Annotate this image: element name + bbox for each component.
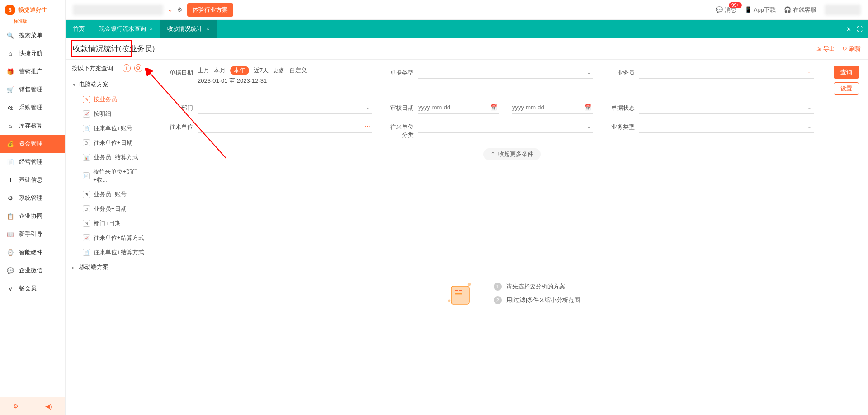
partner-cat-input[interactable]: ⌄ [418,120,593,133]
date-quick-本年[interactable]: 本年 [230,66,249,75]
nav-label: 经营管理 [19,158,42,166]
tree-item-label: 按往来单位+部门+收... [93,168,149,184]
tree-item-0-10[interactable]: 📄往来单位+结算方式 [72,245,149,259]
bill-status-label: 单据状态 [607,101,635,112]
search-icon: 🔍 [6,31,14,39]
doc-icon: 📄 [83,249,90,256]
app-download-link[interactable]: 📱 App下载 [745,6,776,14]
tree-group-0[interactable]: ▼电脑端方案 [72,77,149,92]
bill-date-label: 单据日期 [165,66,193,77]
tree-item-0-4[interactable]: 📊业务员+结算方式 [72,150,149,165]
cart-icon: 🛒 [6,85,14,94]
main: ⌄ ⚙ 体验行业方案 💬 消息 99+ 📱 App下载 🎧 在线客服 [66,0,868,415]
tree-group-1[interactable]: ▸移动端方案 [72,259,149,275]
collapse-panel-button[interactable]: « [146,65,149,72]
date-quick-近7天[interactable]: 近7天 [254,66,269,75]
settings-icon[interactable]: ⚙ [13,403,19,410]
tab-2[interactable]: 收款情况统计× [160,20,217,38]
tree-item-label: 业务员+账号 [94,190,127,198]
tree-group-label: 移动端方案 [79,263,108,271]
nav-item-7[interactable]: 📄经营管理 [0,153,65,171]
department-input[interactable]: ⌄ [198,101,372,114]
fullscreen-icon[interactable]: ⛶ [857,26,863,33]
tab-1[interactable]: 现金银行流水查询× [92,20,160,38]
app-download-label: App下载 [754,6,776,14]
online-service-link[interactable]: 🎧 在线客服 [784,6,816,14]
nav-label: 畅会员 [19,284,37,292]
partner-input[interactable]: ⋯ [198,120,372,133]
settings-button[interactable]: 设置 [834,82,859,95]
nav-item-2[interactable]: 🎁营销推广 [0,62,65,80]
messages-link[interactable]: 💬 消息 99+ [716,6,736,14]
tree-item-0-9[interactable]: 📈往来单位+结算方式 [72,231,149,245]
vip-icon: V [6,284,14,292]
org-selector[interactable] [73,5,163,15]
chevron-down-icon[interactable]: ⌄ [168,6,173,13]
step-num-1: 1 [494,283,502,291]
nav-item-9[interactable]: ⚙系统管理 [0,189,65,207]
add-scheme-button[interactable]: + [123,64,131,72]
clock-icon: ◷ [83,220,90,227]
nav-item-12[interactable]: ⌚智能硬件 [0,243,65,261]
tree-item-0-2[interactable]: 📄往来单位+账号 [72,121,149,136]
nav-item-5[interactable]: ⌂库存核算 [0,117,65,135]
nav-item-6[interactable]: 💰资金管理 [0,135,65,153]
step-1: 1 请先选择要分析的方案 [494,283,580,291]
nav-label: 资金管理 [19,140,42,148]
partner-cat-label: 往来单位分类 [386,120,414,139]
step-2-label: 用[过滤]条件来缩小分析范围 [506,296,580,304]
tab-0[interactable]: 首页 [66,20,92,38]
tree-item-0-8[interactable]: ◷部门+日期 [72,216,149,231]
date-quick-自定义[interactable]: 自定义 [289,66,307,75]
tree-item-0-5[interactable]: 📄按往来单位+部门+收... [72,165,149,187]
experience-button[interactable]: 体验行业方案 [187,3,233,17]
nav-label: 基础信息 [19,176,42,184]
gear-icon[interactable]: ⚙ [177,6,183,13]
nav-item-0[interactable]: 🔍搜索菜单 [0,26,65,44]
refresh-button[interactable]: ↻ 刷新 [842,45,861,53]
nav-item-1[interactable]: ⌂快捷导航 [0,44,65,62]
nav-item-3[interactable]: 🛒销售管理 [0,80,65,99]
tab-close-icon[interactable]: × [206,26,209,32]
date-quick-本月[interactable]: 本月 [214,66,226,75]
bill-type-input[interactable]: ⌄ [418,66,593,79]
nav-item-13[interactable]: 💬企业微信 [0,261,65,279]
export-button[interactable]: ⇲ 导出 [816,45,835,53]
nav-item-11[interactable]: 📖新手引导 [0,225,65,243]
nav-item-14[interactable]: V畅会员 [0,279,65,297]
clip-icon: 📋 [6,212,14,220]
biz-type-input[interactable]: ⌄ [639,120,814,133]
doc-icon: 📄 [83,125,90,132]
nav-item-10[interactable]: 📋企业协同 [0,207,65,225]
audit-date-from[interactable]: 📅 [418,101,499,114]
nav-item-8[interactable]: ℹ基础信息 [0,171,65,189]
nav-item-4[interactable]: 🛍采购管理 [0,99,65,117]
chevron-down-icon: ⌄ [807,104,812,111]
salesman-input[interactable]: ⋯ [639,66,814,79]
tree-item-0-7[interactable]: ◷业务员+日期 [72,202,149,216]
tree-item-0-6[interactable]: ◔业务员+账号 [72,187,149,202]
clock-icon: ◷ [83,139,90,146]
tab-close-icon[interactable]: × [150,26,153,32]
export-icon: ⇲ [816,45,821,52]
tree-item-0-1[interactable]: 📈按明细 [72,107,149,121]
tree-item-0-0[interactable]: ◷按业务员 [72,92,149,107]
tree-item-0-3[interactable]: ◷往来单位+日期 [72,136,149,150]
sound-icon[interactable]: ◀) [45,403,52,410]
home-icon: ⌂ [6,49,14,57]
audit-date-to[interactable]: 📅 [512,101,593,114]
date-quick-更多[interactable]: 更多 [273,66,285,75]
date-quick-上月[interactable]: 上月 [198,66,209,75]
nav-label: 企业协同 [19,212,42,220]
user-menu[interactable] [825,5,861,15]
salesman-label: 业务员 [607,66,635,77]
query-button[interactable]: 查询 [834,66,859,79]
clock-icon: ◷ [83,205,90,212]
close-all-icon[interactable]: ✕ [846,26,851,33]
biz-type-label: 业务类型 [607,120,635,131]
bill-status-input[interactable]: ⌄ [639,101,814,114]
gear-icon: ⚙ [6,194,14,202]
scheme-settings-button[interactable]: ⚙ [134,64,142,72]
calendar-icon: 📅 [490,104,497,111]
collapse-filters-button[interactable]: ⌃ 收起更多条件 [483,148,541,160]
